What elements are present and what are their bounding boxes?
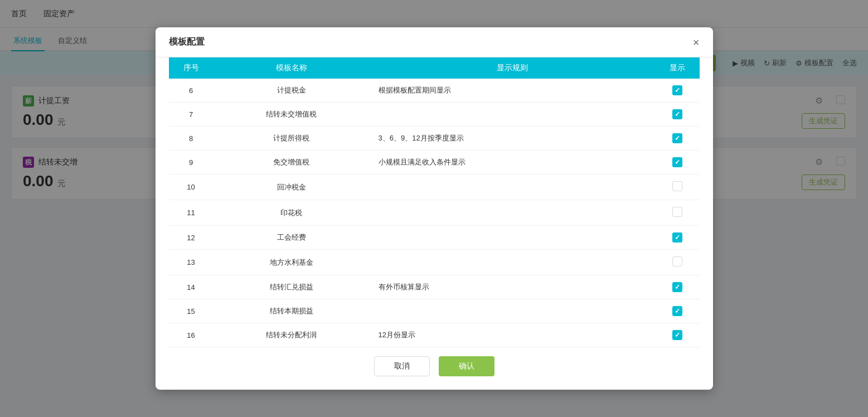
table-row: 13地方水利基金 (169, 250, 700, 275)
table-row: 11印花税 (169, 200, 700, 226)
table-row: 6计提税金根据模板配置期间显示 (169, 79, 700, 103)
cell-rule (370, 250, 655, 275)
checkbox-icon[interactable] (672, 157, 682, 167)
col-display: 显示 (655, 57, 700, 79)
checkbox-icon[interactable] (672, 330, 682, 340)
cell-checkbox[interactable] (655, 250, 700, 275)
cell-checkbox[interactable] (655, 200, 700, 226)
col-name: 模板名称 (214, 57, 370, 79)
cell-seq: 11 (169, 200, 214, 226)
col-rule: 显示规则 (370, 57, 655, 79)
checkbox-icon[interactable] (672, 181, 682, 191)
cell-rule: 小规模且满足收入条件显示 (370, 151, 655, 174)
cell-checkbox[interactable] (655, 103, 700, 127)
cell-name: 回冲税金 (214, 174, 370, 200)
cell-checkbox[interactable] (655, 323, 700, 347)
modal-header: 模板配置 × (156, 27, 713, 57)
modal-table: 序号 模板名称 显示规则 显示 6计提税金根据模板配置期间显示7结转未交增值税8… (169, 57, 700, 347)
checkbox-icon[interactable] (672, 207, 682, 217)
cell-rule (370, 103, 655, 127)
cell-rule: 12月份显示 (370, 323, 655, 347)
cell-name: 结转未分配利润 (214, 323, 370, 347)
cell-name: 结转未交增值税 (214, 103, 370, 127)
table-row: 16结转未分配利润12月份显示 (169, 323, 700, 347)
checkbox-icon[interactable] (672, 306, 682, 316)
table-row: 7结转未交增值税 (169, 103, 700, 127)
cell-name: 结转汇兑损益 (214, 275, 370, 299)
modal-close-button[interactable]: × (693, 37, 700, 48)
checkbox-icon[interactable] (672, 85, 682, 95)
modal-title: 模板配置 (169, 36, 205, 48)
cell-rule (370, 200, 655, 226)
cell-name: 计提所得税 (214, 127, 370, 151)
checkbox-icon[interactable] (672, 109, 682, 119)
cell-name: 结转本期损益 (214, 299, 370, 323)
cell-name: 工会经费 (214, 226, 370, 250)
cell-seq: 8 (169, 127, 214, 151)
cell-seq: 16 (169, 323, 214, 347)
cell-seq: 10 (169, 174, 214, 200)
cell-rule (370, 226, 655, 250)
cell-checkbox[interactable] (655, 151, 700, 174)
checkbox-icon[interactable] (672, 232, 682, 243)
cell-seq: 14 (169, 275, 214, 299)
table-header-row: 序号 模板名称 显示规则 显示 (169, 57, 700, 79)
cell-name: 计提税金 (214, 79, 370, 103)
cell-checkbox[interactable] (655, 127, 700, 151)
modal-table-wrapper: 序号 模板名称 显示规则 显示 6计提税金根据模板配置期间显示7结转未交增值税8… (156, 57, 713, 347)
cell-rule (370, 174, 655, 200)
cell-seq: 7 (169, 103, 214, 127)
modal: 模板配置 × 序号 模板名称 显示规则 显示 6计提税金根据模板配置期间显示7结… (156, 27, 713, 390)
table-row: 8计提所得税3、6、9、12月按季度显示 (169, 127, 700, 151)
cell-name: 免交增值税 (214, 151, 370, 174)
cancel-button[interactable]: 取消 (374, 356, 430, 376)
cell-rule (370, 299, 655, 323)
cell-seq: 15 (169, 299, 214, 323)
cell-rule: 有外币核算显示 (370, 275, 655, 299)
cell-checkbox[interactable] (655, 226, 700, 250)
cell-name: 印花税 (214, 200, 370, 226)
table-row: 15结转本期损益 (169, 299, 700, 323)
checkbox-icon[interactable] (672, 133, 682, 143)
table-row: 10回冲税金 (169, 174, 700, 200)
checkbox-icon[interactable] (672, 256, 682, 266)
cell-name: 地方水利基金 (214, 250, 370, 275)
cell-checkbox[interactable] (655, 174, 700, 200)
cell-seq: 13 (169, 250, 214, 275)
modal-footer: 取消 确认 (156, 347, 713, 390)
cell-seq: 6 (169, 79, 214, 103)
cell-checkbox[interactable] (655, 79, 700, 103)
table-row: 14结转汇兑损益有外币核算显示 (169, 275, 700, 299)
table-row: 9免交增值税小规模且满足收入条件显示 (169, 151, 700, 174)
col-seq: 序号 (169, 57, 214, 79)
modal-overlay: 模板配置 × 序号 模板名称 显示规则 显示 6计提税金根据模板配置期间显示7结… (0, 0, 868, 417)
confirm-button[interactable]: 确认 (439, 356, 494, 376)
cell-seq: 9 (169, 151, 214, 174)
cell-seq: 12 (169, 226, 214, 250)
cell-rule: 3、6、9、12月按季度显示 (370, 127, 655, 151)
cell-checkbox[interactable] (655, 299, 700, 323)
cell-rule: 根据模板配置期间显示 (370, 79, 655, 103)
checkbox-icon[interactable] (672, 282, 682, 292)
table-row: 12工会经费 (169, 226, 700, 250)
cell-checkbox[interactable] (655, 275, 700, 299)
